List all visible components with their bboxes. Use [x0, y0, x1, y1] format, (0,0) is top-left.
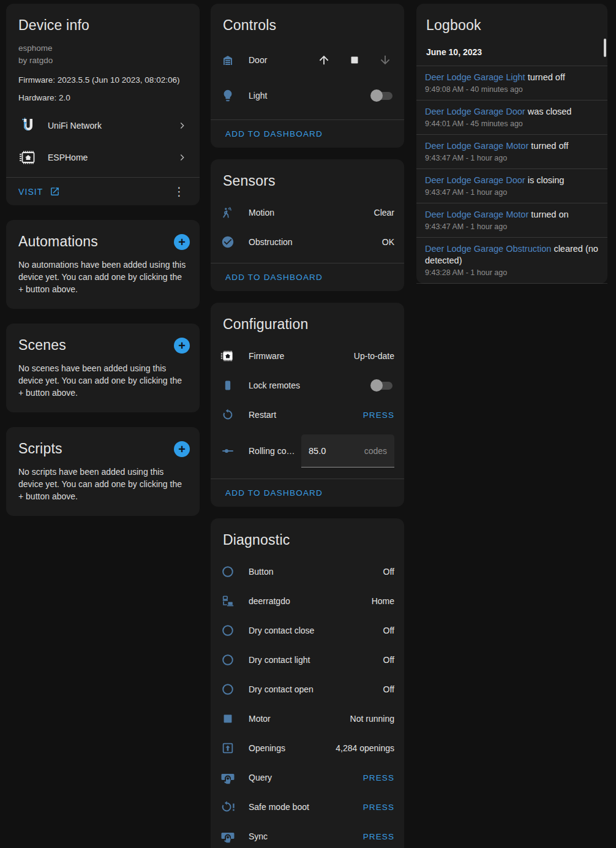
chevron-right-icon [178, 153, 187, 162]
light-toggle[interactable] [372, 92, 393, 100]
device-page: Device info esphome by ratgdo Firmware: … [0, 0, 616, 848]
door-open-button[interactable] [317, 53, 331, 67]
scripts-title: Scripts [18, 441, 62, 457]
sensor-row-motion[interactable]: Motion Clear [211, 198, 404, 227]
add-scene-button[interactable]: + [174, 338, 190, 354]
sync-press-button[interactable]: PRESS [363, 832, 394, 841]
logbook-entry: Deer Lodge Garage Door is closing 9:43:4… [416, 169, 607, 203]
lightbulb-icon [220, 89, 235, 102]
configuration-add-to-dashboard-button[interactable]: ADD TO DASHBOARD [211, 479, 404, 507]
door-stop-button[interactable] [348, 53, 361, 67]
diag-row-button[interactable]: Button Off [211, 557, 404, 586]
rolling-code-input[interactable] [309, 446, 345, 456]
square-icon [220, 712, 235, 725]
config-row-firmware[interactable]: Firmware Up-to-date [211, 341, 404, 371]
arrow-up-icon [317, 53, 331, 67]
logbook-time: 9:43:47 AM - 1 hour ago [425, 154, 599, 162]
logbook-entity-link[interactable]: Deer Lodge Garage Motor [425, 141, 528, 151]
motion-sensor-icon [220, 205, 235, 220]
network-icon [220, 594, 235, 608]
check-circle-icon [220, 235, 235, 249]
diag-row-deerratgdo[interactable]: deerratgdo Home [211, 586, 404, 616]
safe-mode-boot-press-button[interactable]: PRESS [363, 803, 394, 812]
logbook-scrollbar[interactable] [604, 39, 606, 57]
rolling-code-unit: codes [364, 446, 387, 456]
slider-icon [220, 444, 235, 458]
query-press-button[interactable]: PRESS [363, 773, 394, 782]
logbook-date: June 10, 2023 [416, 42, 607, 66]
device-info-title: Device info [6, 4, 200, 42]
config-row-restart[interactable]: Restart PRESS [211, 400, 404, 430]
logbook-entry: Deer Lodge Garage Light turned off 9:49:… [416, 66, 607, 100]
diag-row-dry-contact-close[interactable]: Dry contact close Off [211, 616, 404, 645]
visit-label: VISIT [18, 187, 43, 197]
configuration-card: Configuration Fir [211, 303, 404, 507]
control-row-door[interactable]: Door [211, 42, 404, 78]
diagnostic-title: Diagnostic [211, 518, 404, 557]
integration-label: ESPHome [48, 153, 178, 162]
overflow-menu-icon[interactable]: ⋮ [171, 186, 187, 197]
logbook-entity-link[interactable]: Deer Lodge Garage Obstruction [425, 244, 551, 254]
controls-add-to-dashboard-button[interactable]: ADD TO DASHBOARD [211, 119, 404, 148]
config-row-lock-remotes[interactable]: Lock remotes [211, 371, 404, 400]
logbook-entity-link[interactable]: Deer Lodge Garage Light [425, 72, 525, 82]
lock-remotes-toggle[interactable] [372, 382, 393, 390]
sensor-row-obstruction[interactable]: Obstruction OK [211, 227, 404, 257]
scripts-card: Scripts + No scripts have been added usi… [6, 427, 200, 516]
logbook-entity-link[interactable]: Deer Lodge Garage Door [425, 175, 525, 185]
diag-row-dry-contact-open[interactable]: Dry contact open Off [211, 675, 404, 704]
arrow-up-box-icon [220, 741, 235, 755]
logbook-time: 9:44:01 AM - 45 minutes ago [425, 119, 599, 128]
logbook-action: turned off [528, 72, 565, 82]
logbook-entity-link[interactable]: Deer Lodge Garage Door [425, 107, 525, 116]
integration-row-esphome[interactable]: ESPHome [6, 142, 200, 173]
logbook-entity-link[interactable]: Deer Lodge Garage Motor [425, 210, 528, 219]
sensors-add-to-dashboard-button[interactable]: ADD TO DASHBOARD [211, 263, 404, 291]
integration-label: UniFi Network [48, 121, 178, 131]
logbook-card: Logbook June 10, 2023 Deer Lodge Garage … [416, 4, 607, 284]
logbook-action: turned on [531, 210, 568, 219]
device-manufacturer: by ratgdo [6, 55, 200, 67]
diag-row-sync[interactable]: Sync PRESS [211, 822, 404, 848]
circle-outline-icon [220, 565, 235, 578]
configuration-title: Configuration [211, 303, 404, 341]
diag-row-dry-contact-light[interactable]: Dry contact light Off [211, 645, 404, 675]
controls-card: Controls Door [211, 4, 404, 148]
circle-outline-icon [220, 624, 235, 637]
diag-row-openings[interactable]: Openings 4,284 openings [211, 733, 404, 763]
add-automation-button[interactable]: + [174, 234, 190, 250]
restart-press-button[interactable]: PRESS [363, 411, 394, 420]
esphome-chip-icon [220, 349, 235, 363]
diag-row-safe-mode-boot[interactable]: Safe mode boot PRESS [211, 792, 404, 822]
circle-outline-icon [220, 653, 235, 667]
unifi-logo-icon [18, 116, 38, 135]
add-script-button[interactable]: + [174, 441, 190, 457]
sensors-title: Sensors [211, 159, 404, 198]
gesture-tap-icon [220, 829, 235, 844]
diag-row-query[interactable]: Query PRESS [211, 763, 404, 792]
restart-alert-icon [220, 800, 235, 814]
diag-row-motor[interactable]: Motor Not running [211, 704, 404, 733]
automations-empty-text: No automations have been added using thi… [6, 256, 200, 309]
arrow-down-icon [378, 53, 392, 67]
restart-icon [220, 408, 235, 422]
logbook-action: is closing [528, 175, 565, 185]
device-model: esphome [6, 42, 200, 55]
esphome-chip-icon [18, 148, 38, 167]
logbook-entry: Deer Lodge Garage Door was closed 9:44:0… [416, 100, 607, 135]
device-info-card: Device info esphome by ratgdo Firmware: … [6, 4, 200, 205]
door-close-button[interactable] [378, 53, 392, 67]
integration-row-unifi[interactable]: UniFi Network [6, 110, 200, 142]
controls-title: Controls [211, 4, 404, 42]
circle-outline-icon [220, 683, 235, 696]
control-row-light[interactable]: Light [211, 78, 404, 113]
logbook-title: Logbook [416, 4, 607, 42]
garage-door-icon [220, 53, 235, 67]
automations-title: Automations [18, 233, 98, 250]
logbook-entry: Deer Lodge Garage Motor turned on 9:43:4… [416, 203, 607, 238]
config-row-rolling-code[interactable]: Rolling co… codes [211, 430, 404, 472]
rolling-code-field: codes [301, 434, 394, 468]
scenes-card: Scenes + No scenes have been added using… [6, 324, 200, 412]
visit-button[interactable]: VISIT [18, 186, 60, 197]
gesture-tap-icon [220, 770, 235, 785]
